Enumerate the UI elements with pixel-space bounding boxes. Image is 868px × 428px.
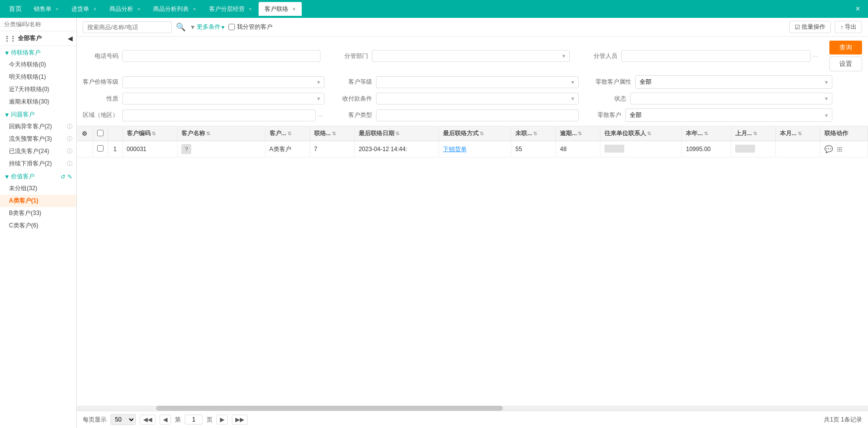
tab-product-analysis-list[interactable]: 商品分析列表 ×	[147, 2, 202, 16]
sidebar-item-declining[interactable]: 持续下滑客户(2) ⓘ	[0, 158, 76, 170]
close-tab-icon[interactable]: ×	[193, 6, 196, 12]
sidebar-collapse-icon[interactable]: ◀	[68, 35, 72, 42]
td-name: ?	[177, 141, 265, 158]
total-records-label: 共1页 1条记录	[824, 416, 862, 424]
tab-product-analysis[interactable]: 商品分析 ×	[104, 2, 146, 16]
tab-sales-order[interactable]: 销售单 ×	[28, 2, 64, 16]
close-tab-icon[interactable]: ×	[55, 6, 58, 12]
horizontal-scrollbar[interactable]	[77, 406, 868, 411]
tab-customer-segment[interactable]: 客户分层经营 ×	[203, 2, 258, 16]
th-settings[interactable]: ⚙	[77, 126, 93, 141]
customer-level-select[interactable]: ▾	[376, 76, 578, 88]
sidebar-group-value-customers[interactable]: ▼ 价值客户 ↺ ✎	[0, 170, 76, 182]
department-select[interactable]: ▾	[372, 50, 570, 62]
sort-icon: ⇅	[704, 131, 708, 136]
sidebar-all-customers[interactable]: ⋮⋮ 全部客户 ◀	[0, 31, 76, 46]
th-actions: 联络动作	[820, 126, 868, 141]
price-level-select[interactable]: ▾	[122, 76, 325, 88]
td-last-month	[731, 141, 775, 158]
th-checkbox[interactable]	[93, 126, 108, 141]
content-area: 🔍 ▼ 更多条件 ▾ 我分管的客户 ☑ 批量操作 ↑ 导出	[77, 18, 868, 428]
th-code[interactable]: 客户编码⇅	[122, 126, 177, 141]
th-name[interactable]: 客户名称⇅	[177, 126, 265, 141]
last-page-button[interactable]: ▶▶	[232, 415, 248, 425]
sidebar-group-pending-contact[interactable]: ▼ 待联络客户	[0, 46, 76, 58]
next-page-button[interactable]: ▶	[217, 415, 228, 425]
nav-home[interactable]: 首页	[4, 4, 27, 13]
sidebar-item-today-contact[interactable]: 今天待联络(0)	[0, 58, 76, 71]
th-last-contact-date[interactable]: 最后联络日期⇅	[354, 126, 438, 141]
retail-attr-select[interactable]: 全部 ▾	[635, 75, 832, 89]
edit-icon[interactable]: ✎	[67, 173, 72, 180]
filter-field-retail-customer: 零散客户 全部 ▾	[591, 108, 832, 122]
retail-customer-select[interactable]: 全部 ▾	[625, 108, 832, 122]
page-number-input[interactable]	[185, 415, 203, 425]
close-tab-icon[interactable]: ×	[249, 6, 252, 12]
sidebar-item-unclassified[interactable]: 未分组(32)	[0, 182, 76, 195]
manager-dots-button[interactable]: ···	[811, 53, 819, 59]
th-type[interactable]: 客户...⇅	[265, 126, 310, 141]
search-button[interactable]: 🔍	[176, 22, 186, 32]
settings-button[interactable]: 设置	[829, 56, 862, 71]
td-checkbox[interactable]	[93, 141, 108, 158]
contact-method-link[interactable]: 下销货单	[443, 146, 467, 153]
sidebar-search-input[interactable]	[4, 21, 77, 28]
sidebar-item-repurchase-abnormal[interactable]: 回购异常客户(2) ⓘ	[0, 120, 76, 133]
th-contact[interactable]: 联络...⇅	[310, 126, 354, 141]
th-last-contact-method[interactable]: 最后联络方式⇅	[438, 126, 511, 141]
th-this-month[interactable]: 本月...⇅	[775, 126, 820, 141]
per-page-select[interactable]: 50 100 200	[110, 414, 136, 425]
more-filters-button[interactable]: ▼ 更多条件 ▾	[190, 23, 224, 31]
prev-page-button[interactable]: ◀	[160, 415, 171, 425]
sidebar-item-class-c[interactable]: C类客户(6)	[0, 219, 76, 232]
region-input[interactable]	[122, 109, 316, 121]
chevron-down-icon: ▾	[562, 53, 565, 59]
customer-type-input[interactable]	[376, 109, 578, 121]
per-page-label: 每页显示	[83, 416, 107, 424]
phone-input[interactable]	[122, 50, 321, 62]
first-page-button[interactable]: ◀◀	[140, 415, 156, 425]
select-all-checkbox[interactable]	[97, 130, 104, 136]
window-close-button[interactable]: ×	[852, 4, 864, 13]
th-overdue[interactable]: 逾期...⇅	[556, 126, 600, 141]
close-tab-icon[interactable]: ×	[93, 6, 96, 12]
region-dots-button[interactable]: ···	[316, 112, 325, 119]
manager-input[interactable]	[621, 50, 811, 62]
scroll-thumb[interactable]	[156, 406, 503, 411]
batch-operation-button[interactable]: ☑ 批量操作	[789, 21, 831, 33]
close-tab-icon[interactable]: ×	[137, 6, 140, 12]
sidebar-search-bar: 🔍	[0, 18, 76, 31]
th-last-month[interactable]: 上月...⇅	[731, 126, 775, 141]
grid-action-icon[interactable]: ⊞	[837, 145, 843, 153]
payment-select[interactable]: ▾	[376, 93, 578, 105]
th-this-year[interactable]: 本年...⇅	[682, 126, 731, 141]
sort-icon: ⇅	[480, 131, 484, 136]
row-checkbox[interactable]	[97, 145, 104, 152]
query-button[interactable]: 查询	[829, 41, 862, 54]
my-customers-checkbox[interactable]: 我分管的客户	[228, 23, 272, 31]
close-active-tab-icon[interactable]: ×	[292, 6, 295, 12]
sidebar-item-class-a[interactable]: A类客户(1)	[0, 195, 76, 207]
sidebar-item-class-b[interactable]: B类客户(33)	[0, 207, 76, 219]
sidebar-group-problem-customers[interactable]: ▼ 问题客户	[0, 108, 76, 120]
sidebar-item-churn-warning[interactable]: 流失预警客户(3) ⓘ	[0, 133, 76, 145]
sidebar-item-7day-contact[interactable]: 近7天待联络(0)	[0, 83, 76, 96]
refresh-icon[interactable]: ↺	[60, 173, 65, 180]
export-button[interactable]: ↑ 导出	[835, 21, 862, 33]
sidebar-item-tomorrow-contact[interactable]: 明天待联络(1)	[0, 71, 76, 83]
tab-purchase-order[interactable]: 进货单 ×	[65, 2, 102, 16]
nature-select[interactable]: ▾	[122, 93, 325, 105]
message-icon[interactable]: 💬	[824, 145, 833, 153]
status-select[interactable]: ▾	[630, 93, 832, 105]
th-unit-contact[interactable]: 往来单位联系人⇅	[600, 126, 682, 141]
tab-customer-contact[interactable]: 客户联络 ×	[259, 2, 301, 16]
filter-bar: 🔍 ▼ 更多条件 ▾ 我分管的客户 ☑ 批量操作 ↑ 导出	[77, 18, 868, 37]
th-uncontacted[interactable]: 未联...⇅	[511, 126, 556, 141]
sidebar-item-churned[interactable]: 已流失客户(24) ⓘ	[0, 145, 76, 158]
search-input[interactable]	[83, 21, 172, 33]
sort-icon: ⇅	[287, 131, 291, 136]
filter-right-actions: ☑ 批量操作 ↑ 导出	[789, 21, 862, 33]
top-navigation: 首页 销售单 × 进货单 × 商品分析 × 商品分析列表 × 客户分层经营 × …	[0, 0, 868, 18]
sidebar-item-overdue-contact[interactable]: 逾期未联络(30)	[0, 96, 76, 108]
td-last-contact-method: 下销货单	[438, 141, 511, 158]
